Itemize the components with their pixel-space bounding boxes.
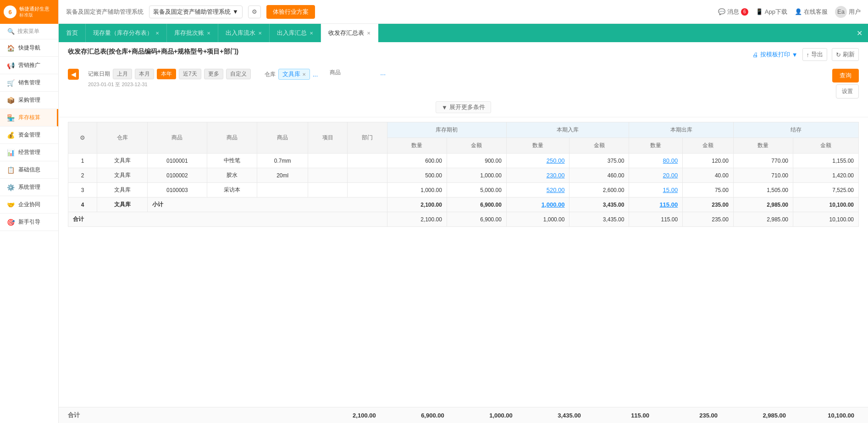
goods-more-button[interactable]: ... [380, 69, 386, 77]
close-all-tabs-button[interactable]: ✕ [851, 29, 868, 38]
query-button[interactable]: 查询 [832, 69, 859, 82]
th-in-qty: 数量 [506, 138, 569, 154]
sidebar-item-sales-label: 销售管理 [18, 79, 40, 87]
settings-filter-button[interactable]: 设置 [836, 84, 859, 99]
export-icon: ↑ [807, 51, 810, 58]
sidebar-item-finance-label: 资金管理 [18, 131, 40, 139]
operations-icon: 📊 [6, 149, 15, 156]
data-table: ⚙ 仓库 商品 商品 商品 项目 部门 库存期初 本期入库 本期出库 结存 数量 [68, 122, 859, 227]
expand-icon: ▼ [442, 104, 448, 111]
sidebar-item-basic[interactable]: 📋 基础信息 [0, 161, 58, 179]
sidebar-item-finance[interactable]: 💰 资金管理 [0, 126, 58, 144]
sidebar-search[interactable]: 🔍 搜索菜单 [0, 24, 58, 39]
th-code: 商品 [147, 122, 207, 154]
inventory-icon: 🏪 [6, 114, 15, 121]
tab-recv-send-label: 收发存汇总表 [328, 29, 364, 37]
message-badge: 6 [741, 8, 748, 16]
th-spec: 商品 [257, 122, 308, 154]
warehouse-tag-text: 文具库 [282, 70, 300, 78]
sidebar-item-enterprise-label: 企业协同 [18, 201, 40, 209]
th-close-amt: 金额 [793, 138, 858, 154]
total-open-qty: 2,100.00 [387, 212, 447, 227]
message-icon: 💬 [718, 8, 725, 15]
sidebar-item-system[interactable]: ⚙️ 系统管理 [0, 179, 58, 196]
filter-collapse-button[interactable]: ◀ [68, 69, 79, 80]
tab-inout-summary-label: 出入库汇总 [277, 29, 307, 37]
online-service-button[interactable]: 👤 在线客服 [795, 8, 828, 16]
tab-stock-dist-close[interactable]: ✕ [155, 31, 159, 36]
tab-home-label: 首页 [66, 29, 78, 37]
sidebar-item-marketing[interactable]: 📢 营销推广 [0, 57, 58, 74]
marketing-icon: 📢 [6, 62, 15, 69]
print-arrow-icon: ▼ [792, 51, 798, 58]
bottom-open-amt: 6,900.00 [381, 412, 449, 419]
service-icon: 👤 [795, 8, 802, 15]
refresh-icon: ↻ [836, 51, 841, 58]
date-btn-custom[interactable]: 自定义 [226, 69, 251, 79]
basic-icon: 📋 [6, 166, 15, 174]
tab-home[interactable]: 首页 [59, 24, 86, 42]
system-dropdown[interactable]: 装备及固定资产辅助管理系统 ▼ [149, 5, 243, 18]
bottom-out-amt: 235.00 [654, 412, 722, 419]
tab-batch[interactable]: 库存批次账 ✕ [167, 24, 218, 42]
bottom-values: 2,100.00 6,900.00 1,000.00 3,435.00 115.… [89, 412, 859, 419]
date-range-display: 2023-01-01 至 2023-12-31 [88, 81, 251, 88]
sidebar: 6 畅捷通好生意 标准版 🔍 搜索菜单 🏠 快捷导航 📢 营销推广 🛒 销售管理… [0, 0, 59, 423]
date-btn-more[interactable]: 更多 [204, 69, 223, 79]
export-button[interactable]: ↑ 导出 [802, 48, 828, 61]
refresh-button[interactable]: ↻ 刷新 [832, 48, 859, 61]
sidebar-item-marketing-label: 营销推广 [18, 61, 40, 69]
try-plan-button[interactable]: 体验行业方案 [266, 5, 315, 19]
sidebar-item-basic-label: 基础信息 [18, 166, 40, 174]
goods-label: 商品 [330, 69, 341, 77]
app-badge: 标准版 [19, 12, 50, 18]
sidebar-item-enterprise[interactable]: 🤝 企业协同 [0, 196, 58, 214]
topbar-right: 💬 消息 6 📱 App下载 👤 在线客服 Ea 用户 [718, 6, 861, 18]
sidebar-item-inventory[interactable]: 🏪 库存核算 [0, 109, 58, 126]
expand-filter-button[interactable]: ▼ 展开更多条件 [436, 101, 491, 113]
th-department: 部门 [348, 122, 387, 154]
th-open-amt: 金额 [447, 138, 506, 154]
sidebar-item-purchase[interactable]: 📦 采购管理 [0, 92, 58, 109]
message-button[interactable]: 💬 消息 6 [718, 8, 748, 16]
tab-inout-summary[interactable]: 出入库汇总 ✕ [270, 24, 321, 42]
date-btn-this-month[interactable]: 本月 [135, 69, 154, 79]
sidebar-item-quicknav-label: 快捷导航 [18, 44, 40, 52]
tab-inout-summary-close[interactable]: ✕ [310, 31, 313, 36]
tab-inout-flow[interactable]: 出入库流水 ✕ [218, 24, 270, 42]
settings-gear-button[interactable]: ⚙ [248, 5, 261, 18]
total-label: 合计 [68, 212, 387, 227]
bottom-bar: 合计 2,100.00 6,900.00 1,000.00 3,435.00 1… [59, 407, 868, 423]
tab-stock-dist[interactable]: 现存量（库存分布表） ✕ [86, 24, 167, 42]
warehouse-tag[interactable]: 文具库 ✕ [278, 69, 310, 80]
date-btn-this-year[interactable]: 本年 [157, 69, 176, 79]
tab-batch-close[interactable]: ✕ [207, 31, 210, 36]
sidebar-item-newbie[interactable]: 🎯 新手引导 [0, 214, 58, 231]
warehouse-tag-remove-icon[interactable]: ✕ [302, 72, 306, 77]
table-row: 3 文具库 0100003 采访本 1,000.00 5,000.00 520.… [68, 183, 859, 198]
date-btn-7days[interactable]: 近7天 [179, 69, 201, 79]
print-icon: 🖨 [752, 51, 758, 58]
table-row: 1 文具库 0100001 中性笔 0.7mm 600.00 900.00 25… [68, 154, 859, 168]
purchase-icon: 📦 [6, 97, 15, 104]
date-btn-last-month[interactable]: 上月 [113, 69, 132, 79]
sidebar-item-sales[interactable]: 🛒 销售管理 [0, 74, 58, 92]
subtotal-row: 4 文具库 小计 2,100.00 6,900.00 1,000.00 3,43… [68, 198, 859, 212]
sidebar-item-quicknav[interactable]: 🏠 快捷导航 [0, 39, 58, 57]
page-title: 收发存汇总表(按仓库+商品编码+商品+规格型号+项目+部门) [68, 48, 238, 56]
table-container: ⚙ 仓库 商品 商品 商品 项目 部门 库存期初 本期入库 本期出库 结存 数量 [59, 122, 868, 236]
sidebar-search-label: 搜索菜单 [17, 27, 39, 35]
tab-recv-send-close[interactable]: ✕ [367, 31, 370, 36]
print-template-button[interactable]: 🖨 按模板打印 ▼ [752, 50, 798, 59]
user-profile[interactable]: Ea 用户 [835, 6, 861, 18]
app-download-button[interactable]: 📱 App下载 [756, 8, 787, 16]
tab-recv-send[interactable]: 收发存汇总表 ✕ [321, 24, 378, 42]
bottom-open-qty: 2,100.00 [312, 412, 381, 419]
system-icon: ⚙️ [6, 184, 15, 191]
dropdown-arrow-icon: ▼ [232, 8, 238, 15]
th-settings[interactable]: ⚙ [68, 122, 97, 154]
logo-text-block: 畅捷通好生意 标准版 [19, 5, 50, 18]
warehouse-more-button[interactable]: ... [313, 71, 318, 78]
sidebar-item-operations[interactable]: 📊 经营管理 [0, 144, 58, 161]
tab-inout-flow-close[interactable]: ✕ [258, 31, 262, 36]
